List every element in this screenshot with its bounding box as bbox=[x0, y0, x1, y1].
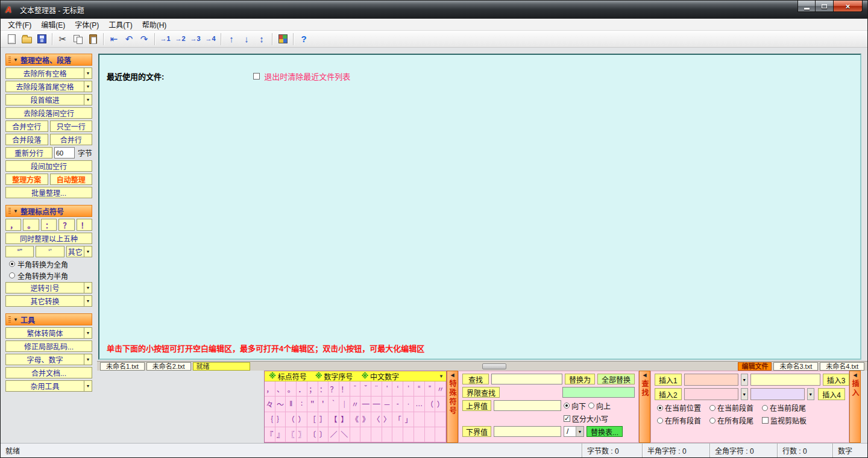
punctuation-button[interactable]: ： bbox=[41, 219, 57, 231]
symbol-cell[interactable]: ＂ bbox=[307, 397, 318, 412]
move-up-icon[interactable]: ↑ bbox=[224, 32, 239, 46]
half-to-full-radio[interactable]: 半角转换为全角 bbox=[5, 259, 92, 269]
merge-paragraphs-button[interactable]: 合并段落 bbox=[5, 134, 48, 145]
letters-numbers-button[interactable]: 字母、数字▼ bbox=[5, 354, 92, 365]
section-header-tools[interactable]: ▼工具 bbox=[5, 313, 92, 325]
remove-all-spaces-button[interactable]: 去除所有空格▼ bbox=[5, 67, 92, 79]
other-convert-button[interactable]: 其它转换▼ bbox=[5, 295, 92, 307]
symbol-cell[interactable]: ∶ bbox=[297, 397, 307, 412]
punctuation-button[interactable]: ， bbox=[5, 219, 21, 231]
symbol-cell[interactable]: ｛ bbox=[265, 412, 275, 427]
double-quote-button[interactable]: “” bbox=[5, 246, 34, 257]
other-punctuation-button[interactable]: 其它▼ bbox=[66, 246, 92, 257]
dropdown-arrow-icon[interactable]: ▼ bbox=[84, 354, 92, 365]
insert2-value-dropdown-icon[interactable]: ▼ bbox=[807, 388, 814, 400]
symbol-cell[interactable]: 〔 bbox=[307, 427, 318, 442]
symbol-cell[interactable] bbox=[371, 427, 382, 442]
remove-blank-lines-button[interactable]: 去除段落间空行 bbox=[5, 107, 92, 119]
symbol-cell[interactable]: ＇ bbox=[318, 397, 329, 412]
trim-paragraph-spaces-button[interactable]: 去除段落首尾空格▼ bbox=[5, 81, 92, 92]
symbol-cell[interactable]: ） bbox=[297, 412, 307, 427]
symbol-cell[interactable]: ｜ bbox=[339, 397, 350, 412]
collapse-strip-icon[interactable]: ◀ bbox=[643, 372, 646, 378]
symbol-cell[interactable]: ' bbox=[382, 381, 393, 397]
section-header-spaces-paragraphs[interactable]: ▼整理空格、段落 bbox=[5, 54, 92, 66]
dropdown-arrow-icon[interactable]: ▼ bbox=[84, 95, 92, 105]
symbol-cell[interactable]: 〉 bbox=[382, 412, 393, 427]
copy-icon[interactable] bbox=[71, 32, 85, 46]
symbol-cell[interactable]: ： bbox=[318, 381, 329, 397]
insert1-text-box[interactable] bbox=[684, 374, 738, 386]
symbol-cell[interactable]: ｝ bbox=[275, 412, 286, 427]
symbol-cell[interactable]: ， bbox=[265, 381, 275, 397]
symbol-cell[interactable]: ‖ bbox=[286, 397, 297, 412]
symbol-cell[interactable]: ； bbox=[307, 381, 318, 397]
symbol-cell[interactable]: ˉ bbox=[350, 381, 361, 397]
symbol-cell[interactable]: 〃 bbox=[435, 381, 446, 397]
full-to-half-radio[interactable]: 全角转换为半角 bbox=[5, 271, 92, 280]
minimize-button[interactable] bbox=[797, 1, 816, 12]
dropdown-arrow-icon[interactable]: ▼ bbox=[84, 68, 92, 78]
symbol-cell[interactable] bbox=[435, 427, 446, 442]
symbol-cell[interactable]: 『 bbox=[265, 427, 275, 442]
insert2-button[interactable]: 插入2 bbox=[655, 388, 682, 400]
menu-item[interactable]: 字体(P) bbox=[70, 18, 104, 31]
replace-all-button[interactable]: 全部替换 bbox=[597, 374, 635, 384]
symbol-cell[interactable]: ‘ bbox=[392, 381, 403, 397]
replace-button[interactable]: 替换为 bbox=[565, 374, 595, 384]
replace-with-input[interactable] bbox=[562, 387, 635, 398]
menu-item[interactable]: 工具(T) bbox=[104, 18, 137, 31]
symbol-cell[interactable] bbox=[360, 427, 371, 442]
indent-paragraph-button[interactable]: 段首缩进▼ bbox=[5, 94, 92, 105]
symbol-cell[interactable] bbox=[403, 427, 414, 442]
goto-editor-4-icon[interactable]: →4 bbox=[203, 32, 218, 46]
direction-up-radio[interactable]: 向上 bbox=[588, 401, 611, 411]
help-icon[interactable]: ? bbox=[297, 32, 311, 46]
symbol-cell[interactable]: 〃 bbox=[350, 397, 361, 412]
punctuation-button[interactable]: ！ bbox=[77, 219, 92, 231]
find-input[interactable] bbox=[491, 374, 562, 384]
palette-dropdown-icon[interactable]: ▼ bbox=[436, 374, 446, 379]
open-file-icon[interactable] bbox=[19, 32, 34, 46]
symbol-cell[interactable]: 「 bbox=[392, 412, 403, 427]
symbol-cell[interactable]: ” bbox=[425, 381, 436, 397]
replace-table-button[interactable]: 替换表... bbox=[587, 426, 623, 437]
direction-down-radio[interactable]: 向下 bbox=[564, 401, 586, 411]
tab-chinese-numerals[interactable]: ※中文数字 bbox=[357, 371, 403, 381]
symbol-cell[interactable] bbox=[392, 427, 403, 442]
insert-at-current-para-start-radio[interactable]: 在当前段首 bbox=[709, 403, 753, 413]
symbol-cell[interactable] bbox=[350, 427, 361, 442]
menu-item[interactable]: 编辑(E) bbox=[36, 18, 70, 31]
special-symbols-strip[interactable]: ◀ 特殊符号 bbox=[447, 371, 458, 443]
lower-bound-input[interactable] bbox=[494, 426, 561, 437]
symbol-cell[interactable]: 」 bbox=[403, 412, 414, 427]
paste-icon[interactable] bbox=[86, 32, 100, 46]
symbol-cell[interactable]: 』 bbox=[275, 427, 286, 442]
go-first-icon[interactable]: ⇤ bbox=[107, 32, 121, 46]
batch-tidy-button[interactable]: 批量整理... bbox=[5, 187, 92, 198]
symbol-cell[interactable]: ［ bbox=[307, 412, 318, 427]
symbol-cell[interactable] bbox=[414, 412, 425, 427]
symbol-cell[interactable]: ］ bbox=[318, 412, 329, 427]
menu-item[interactable]: 文件(F) bbox=[3, 18, 36, 31]
find-button[interactable]: 查找 bbox=[462, 374, 489, 384]
dropdown-arrow-icon[interactable]: ▼ bbox=[84, 81, 92, 92]
watch-clipboard-checkbox[interactable]: 监视剪贴板 bbox=[762, 415, 807, 425]
collapse-strip-icon[interactable]: ◀ bbox=[853, 372, 857, 378]
keep-one-blank-line-button[interactable]: 只空一行 bbox=[50, 121, 93, 132]
editor-tab[interactable]: 未命名2.txt bbox=[146, 362, 191, 371]
reverse-quotes-button[interactable]: 逆转引号▼ bbox=[5, 282, 92, 293]
save-icon[interactable] bbox=[34, 32, 49, 46]
cut-icon[interactable]: ✂ bbox=[55, 32, 70, 46]
editor-tab[interactable]: 未命名4.txt bbox=[820, 362, 864, 371]
punctuation-button[interactable]: 。 bbox=[23, 219, 39, 231]
add-blank-line-between-paragraphs-button[interactable]: 段间加空行 bbox=[5, 160, 92, 172]
fix-garbled-text-button[interactable]: 修正局部乱码... bbox=[5, 340, 92, 352]
insert-at-current-position-radio[interactable]: 在当前位置 bbox=[657, 403, 701, 413]
symbol-cell[interactable]: 〖 bbox=[286, 427, 297, 442]
insert2-value-box[interactable] bbox=[750, 388, 805, 400]
misc-tools-button[interactable]: 杂用工具▼ bbox=[5, 380, 92, 392]
insert-at-all-para-start-radio[interactable]: 在所有段首 bbox=[657, 415, 701, 425]
move-updown-icon[interactable]: ↕ bbox=[254, 32, 269, 46]
symbol-cell[interactable]: 》 bbox=[360, 412, 371, 427]
